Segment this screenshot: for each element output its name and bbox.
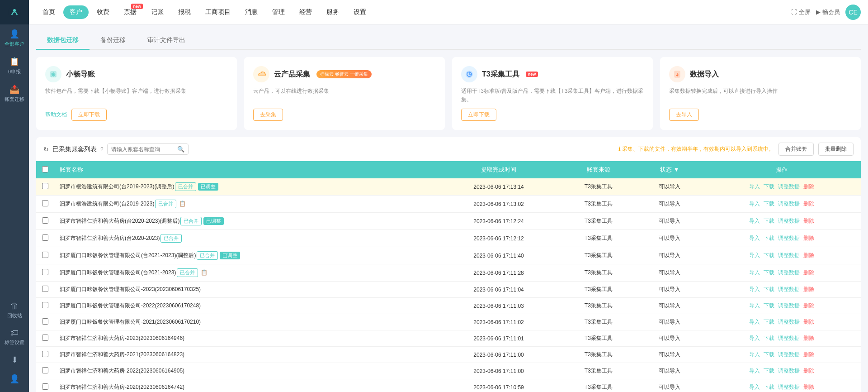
row-checkbox[interactable] xyxy=(42,367,48,373)
help-icon[interactable]: ? xyxy=(100,146,104,153)
op-调整数据[interactable]: 调整数据 xyxy=(778,183,800,190)
op-导入[interactable]: 导入 xyxy=(749,218,760,224)
tab-audit-export[interactable]: 审计文件导出 xyxy=(137,32,196,50)
tab-backup-migration[interactable]: 备份迁移 xyxy=(90,32,137,50)
op-调整数据[interactable]: 调整数据 xyxy=(778,218,800,224)
row-checkbox[interactable] xyxy=(42,252,48,258)
sidebar-item-download[interactable]: ⬇ xyxy=(5,351,24,368)
op-删除[interactable]: 删除 xyxy=(803,302,814,309)
op-导入[interactable]: 导入 xyxy=(749,302,760,309)
op-调整数据[interactable]: 调整数据 xyxy=(778,368,800,374)
nav-home[interactable]: 首页 xyxy=(36,5,61,19)
op-删除[interactable]: 删除 xyxy=(803,286,814,292)
nav-bills[interactable]: 票据 new xyxy=(118,5,143,19)
download-now-btn-3[interactable]: 立即下载 xyxy=(461,109,496,121)
nav-management[interactable]: 管理 xyxy=(266,5,291,19)
merge-accounts-btn[interactable]: 合并账套 xyxy=(778,143,814,156)
select-all-checkbox[interactable] xyxy=(42,166,48,172)
row-checkbox[interactable] xyxy=(42,269,48,275)
op-删除[interactable]: 删除 xyxy=(803,183,814,190)
op-下载[interactable]: 下载 xyxy=(764,335,774,341)
row-checkbox[interactable] xyxy=(42,351,48,357)
sidebar-item-tag-settings[interactable]: 🏷 标签设置 xyxy=(5,325,24,349)
op-调整数据[interactable]: 调整数据 xyxy=(778,286,800,292)
op-调整数据[interactable]: 调整数据 xyxy=(778,252,800,258)
op-下载[interactable]: 下载 xyxy=(764,235,774,241)
op-调整数据[interactable]: 调整数据 xyxy=(778,302,800,309)
op-调整数据[interactable]: 调整数据 xyxy=(778,335,800,341)
op-删除[interactable]: 删除 xyxy=(803,384,814,390)
row-checkbox[interactable] xyxy=(42,234,48,241)
op-删除[interactable]: 删除 xyxy=(803,269,814,276)
app-logo[interactable] xyxy=(0,0,29,24)
nav-service[interactable]: 服务 xyxy=(320,5,345,19)
op-下载[interactable]: 下载 xyxy=(764,286,774,292)
op-删除[interactable]: 删除 xyxy=(803,319,814,325)
op-导入[interactable]: 导入 xyxy=(749,235,760,241)
op-调整数据[interactable]: 调整数据 xyxy=(778,269,800,276)
op-导入[interactable]: 导入 xyxy=(749,368,760,374)
op-导入[interactable]: 导入 xyxy=(749,319,760,325)
op-下载[interactable]: 下载 xyxy=(764,368,774,374)
user-avatar[interactable]: CE xyxy=(845,5,861,20)
row-checkbox[interactable] xyxy=(42,318,48,325)
nav-fees[interactable]: 收费 xyxy=(90,5,116,19)
op-导入[interactable]: 导入 xyxy=(749,286,760,292)
op-调整数据[interactable]: 调整数据 xyxy=(778,319,800,325)
op-删除[interactable]: 删除 xyxy=(803,201,814,207)
help-doc-link[interactable]: 帮助文档 xyxy=(45,111,67,119)
op-下载[interactable]: 下载 xyxy=(764,384,774,390)
row-checkbox[interactable] xyxy=(42,217,48,224)
sidebar-item-account-migration[interactable]: 📤 账套迁移 xyxy=(0,80,29,107)
nav-customers[interactable]: 客户 xyxy=(63,5,89,19)
search-input[interactable] xyxy=(111,146,175,153)
op-下载[interactable]: 下载 xyxy=(764,351,774,358)
op-导入[interactable]: 导入 xyxy=(749,269,760,276)
nav-bookkeeping[interactable]: 记账 xyxy=(145,5,170,19)
op-导入[interactable]: 导入 xyxy=(749,335,760,341)
op-下载[interactable]: 下载 xyxy=(764,269,774,276)
go-import-btn[interactable]: 去导入 xyxy=(669,109,699,121)
op-导入[interactable]: 导入 xyxy=(749,384,760,390)
op-删除[interactable]: 删除 xyxy=(803,368,814,374)
sidebar-item-recycle[interactable]: 🗑 回收站 xyxy=(5,298,24,323)
nav-business[interactable]: 工商项目 xyxy=(199,5,237,19)
op-删除[interactable]: 删除 xyxy=(803,351,814,358)
op-下载[interactable]: 下载 xyxy=(764,183,774,190)
download-now-btn-1[interactable]: 立即下载 xyxy=(71,109,107,121)
op-调整数据[interactable]: 调整数据 xyxy=(778,235,800,241)
op-调整数据[interactable]: 调整数据 xyxy=(778,351,800,358)
op-下载[interactable]: 下载 xyxy=(764,319,774,325)
op-下载[interactable]: 下载 xyxy=(764,252,774,258)
op-导入[interactable]: 导入 xyxy=(749,351,760,358)
sidebar-item-zero-report[interactable]: 📋 0申报 xyxy=(0,52,29,80)
go-collect-btn[interactable]: 去采集 xyxy=(253,109,283,121)
sidebar-item-all-customers[interactable]: 👤 全部客户 xyxy=(0,24,29,52)
op-导入[interactable]: 导入 xyxy=(749,252,760,258)
op-下载[interactable]: 下载 xyxy=(764,218,774,224)
nav-operations[interactable]: 经营 xyxy=(293,5,318,19)
sidebar-item-user[interactable]: 👤 xyxy=(5,370,24,387)
row-checkbox[interactable] xyxy=(42,302,48,308)
row-checkbox[interactable] xyxy=(42,383,48,390)
row-checkbox[interactable] xyxy=(42,335,48,341)
nav-messages[interactable]: 消息 xyxy=(239,5,264,19)
op-导入[interactable]: 导入 xyxy=(749,183,760,190)
op-调整数据[interactable]: 调整数据 xyxy=(778,201,800,207)
op-删除[interactable]: 删除 xyxy=(803,335,814,341)
op-下载[interactable]: 下载 xyxy=(764,302,774,309)
fullscreen-btn[interactable]: ⛶ 全屏 xyxy=(791,8,811,16)
row-checkbox[interactable] xyxy=(42,200,48,206)
tab-data-migration[interactable]: 数据包迁移 xyxy=(36,32,90,50)
nav-settings[interactable]: 设置 xyxy=(347,5,373,19)
member-btn[interactable]: ▶ 畅会员 xyxy=(816,8,840,16)
op-下载[interactable]: 下载 xyxy=(764,201,774,207)
batch-delete-btn[interactable]: 批量删除 xyxy=(818,143,854,156)
refresh-icon[interactable]: ↻ xyxy=(43,146,49,153)
search-icon[interactable]: 🔍 xyxy=(177,146,184,153)
row-checkbox[interactable] xyxy=(42,183,48,189)
row-checkbox[interactable] xyxy=(42,286,48,292)
op-删除[interactable]: 删除 xyxy=(803,218,814,224)
op-删除[interactable]: 删除 xyxy=(803,252,814,258)
op-删除[interactable]: 删除 xyxy=(803,235,814,241)
